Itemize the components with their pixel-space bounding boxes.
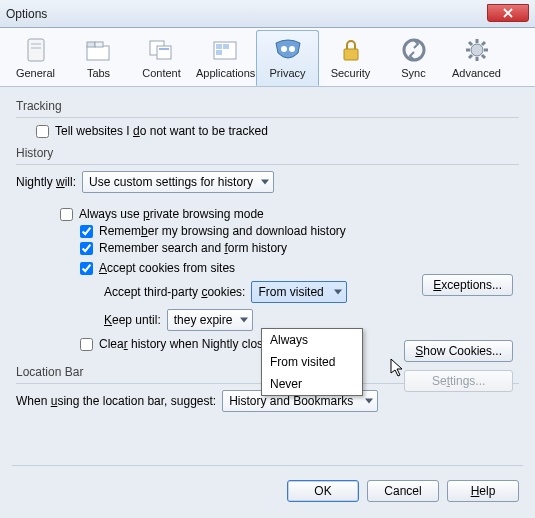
third-party-dropdown: Always From visited Never [261, 328, 363, 396]
tabs-icon [85, 38, 113, 62]
ok-button[interactable]: OK [287, 480, 359, 502]
applications-icon [211, 38, 239, 62]
footer-separator [12, 465, 523, 466]
chevron-down-icon [334, 290, 342, 295]
clear-on-close-checkbox-label[interactable]: Clear history when Nightly closes [80, 337, 276, 351]
svg-rect-8 [159, 48, 169, 50]
help-button[interactable]: Help [447, 480, 519, 502]
remember-browsing-checkbox-label[interactable]: Remember my browsing and download histor… [80, 224, 346, 238]
security-lock-icon [340, 37, 362, 63]
advanced-gear-icon [464, 37, 490, 63]
dropdown-option-from-visited[interactable]: From visited [262, 351, 362, 373]
clear-on-close-checkbox[interactable] [80, 338, 93, 351]
heading-history: History [16, 146, 519, 160]
close-button[interactable] [487, 4, 529, 22]
tab-privacy[interactable]: Privacy [256, 30, 319, 86]
dnt-checkbox-label[interactable]: Tell websites I do not want to be tracke… [36, 124, 268, 138]
svg-rect-11 [223, 44, 229, 49]
svg-line-23 [482, 55, 485, 58]
chevron-down-icon [240, 318, 248, 323]
sync-icon [401, 37, 427, 63]
svg-point-13 [281, 46, 287, 52]
history-mode-combo[interactable]: Use custom settings for history [82, 171, 274, 193]
dropdown-option-never[interactable]: Never [262, 373, 362, 395]
group-history: History Nightly will: Use custom setting… [16, 146, 519, 351]
footer-buttons: OK Cancel Help [287, 480, 519, 502]
privacy-mask-icon [273, 37, 303, 63]
tab-sync[interactable]: Sync [382, 30, 445, 86]
category-toolbar: General Tabs Content Applications Privac… [0, 28, 535, 87]
third-party-combo[interactable]: From visited [251, 281, 347, 303]
exceptions-button[interactable]: Exceptions... [422, 274, 513, 296]
remember-search-checkbox-label[interactable]: Remember search and form history [80, 241, 287, 255]
accept-cookies-checkbox-label[interactable]: Accept cookies from sites [80, 261, 235, 275]
svg-rect-15 [344, 49, 358, 60]
remember-browsing-checkbox[interactable] [80, 225, 93, 238]
svg-line-22 [469, 42, 472, 45]
settings-button: Settings... [404, 370, 513, 392]
tab-content[interactable]: Content [130, 30, 193, 86]
nightly-will-label: Nightly will: [16, 175, 76, 189]
svg-rect-5 [95, 42, 103, 47]
svg-rect-3 [87, 46, 109, 60]
svg-line-25 [469, 55, 472, 58]
locationbar-suggest-label: When using the location bar, suggest: [16, 394, 216, 408]
mouse-cursor-icon [390, 358, 404, 378]
window-title: Options [6, 7, 47, 21]
svg-rect-0 [28, 39, 44, 61]
dropdown-option-always[interactable]: Always [262, 329, 362, 351]
accept-cookies-checkbox[interactable] [80, 262, 93, 275]
keep-until-combo[interactable]: they expire [167, 309, 254, 331]
tab-tabs[interactable]: Tabs [67, 30, 130, 86]
svg-rect-1 [31, 43, 41, 45]
titlebar: Options [0, 0, 535, 28]
private-browsing-checkbox[interactable] [60, 208, 73, 221]
tab-security[interactable]: Security [319, 30, 382, 86]
svg-rect-10 [216, 44, 222, 49]
svg-point-16 [404, 40, 424, 60]
svg-point-17 [471, 44, 483, 56]
remember-search-checkbox[interactable] [80, 242, 93, 255]
show-cookies-button[interactable]: Show Cookies... [404, 340, 513, 362]
close-icon [503, 8, 513, 18]
tab-applications[interactable]: Applications [193, 30, 256, 86]
chevron-down-icon [261, 180, 269, 185]
svg-point-14 [289, 46, 295, 52]
keep-until-label: Keep until: [104, 313, 161, 327]
svg-line-24 [482, 42, 485, 45]
content-icon [148, 38, 176, 62]
general-icon [25, 37, 47, 63]
tab-general[interactable]: General [4, 30, 67, 86]
third-party-label: Accept third-party cookies: [104, 285, 245, 299]
cancel-button[interactable]: Cancel [367, 480, 439, 502]
svg-rect-12 [216, 50, 222, 55]
svg-rect-7 [157, 46, 171, 59]
chevron-down-icon [365, 399, 373, 404]
svg-rect-2 [31, 47, 41, 49]
svg-rect-4 [87, 42, 95, 47]
tab-advanced[interactable]: Advanced [445, 30, 508, 86]
group-tracking: Tracking Tell websites I do not want to … [16, 99, 519, 138]
private-browsing-checkbox-label[interactable]: Always use private browsing mode [60, 207, 264, 221]
dnt-checkbox[interactable] [36, 125, 49, 138]
heading-tracking: Tracking [16, 99, 519, 113]
